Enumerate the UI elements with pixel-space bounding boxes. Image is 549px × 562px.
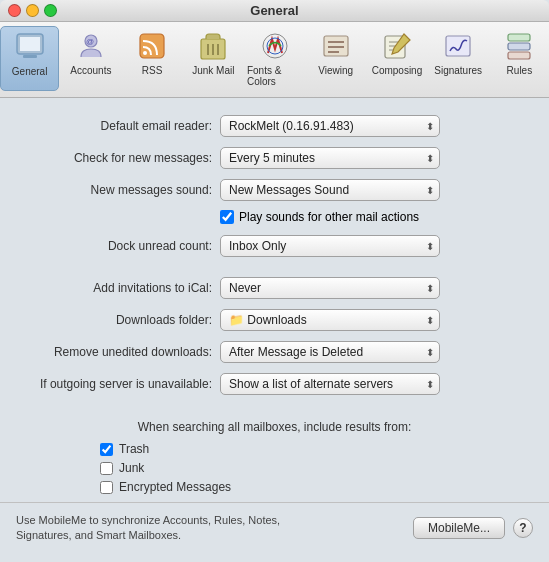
invitations-select-wrapper[interactable]: Never (220, 277, 440, 299)
toolbar-item-viewing[interactable]: Viewing (306, 26, 365, 91)
junk-icon (197, 30, 229, 62)
dock-count-control: Inbox Only (220, 235, 529, 257)
toolbar-rules-label: Rules (507, 65, 533, 76)
toolbar: General @ Accounts RSS (0, 22, 549, 98)
toolbar-general-label: General (12, 66, 48, 77)
outgoing-control: Show a list of alternate servers (220, 373, 529, 395)
toolbar-composing-label: Composing (372, 65, 423, 76)
title-bar: General (0, 0, 549, 22)
new-sound-label: New messages sound: (20, 183, 220, 197)
remove-downloads-select-wrapper[interactable]: After Message is Deleted (220, 341, 440, 363)
toolbar-viewing-label: Viewing (318, 65, 353, 76)
minimize-button[interactable] (26, 4, 39, 17)
outgoing-select-wrapper[interactable]: Show a list of alternate servers (220, 373, 440, 395)
default-email-control: RockMelt (0.16.91.483) (220, 115, 529, 137)
toolbar-item-junk[interactable]: Junk Mail (184, 26, 243, 91)
downloads-control: 📁 Downloads (220, 309, 529, 331)
search-section: When searching all mailboxes, include re… (0, 420, 549, 494)
bottom-info-text: Use MobileMe to synchronize Accounts, Ru… (16, 513, 316, 544)
check-messages-select[interactable]: Every 5 minutes (220, 147, 440, 169)
junk-checkbox[interactable] (100, 462, 113, 475)
encrypted-label: Encrypted Messages (119, 480, 231, 494)
new-sound-row: New messages sound: New Messages Sound (20, 178, 529, 202)
encrypted-checkbox[interactable] (100, 481, 113, 494)
content-area: Default email reader: RockMelt (0.16.91.… (0, 98, 549, 414)
mobileme-button[interactable]: MobileMe... (413, 517, 505, 539)
svg-rect-21 (446, 36, 470, 56)
downloads-select-wrapper[interactable]: 📁 Downloads (220, 309, 440, 331)
help-button[interactable]: ? (513, 518, 533, 538)
toolbar-accounts-label: Accounts (70, 65, 111, 76)
trash-check-row: Trash (100, 442, 539, 456)
toolbar-item-signatures[interactable]: Signatures (429, 26, 488, 91)
downloads-select[interactable]: 📁 Downloads (220, 309, 440, 331)
toolbar-item-composing[interactable]: Composing (367, 26, 426, 91)
svg-rect-24 (508, 52, 530, 59)
remove-downloads-row: Remove unedited downloads: After Message… (20, 340, 529, 364)
new-sound-select[interactable]: New Messages Sound (220, 179, 440, 201)
dock-count-row: Dock unread count: Inbox Only (20, 234, 529, 258)
toolbar-item-rules[interactable]: Rules (490, 26, 549, 91)
close-button[interactable] (8, 4, 21, 17)
trash-label: Trash (119, 442, 149, 456)
signatures-icon (442, 30, 474, 62)
toolbar-item-rss[interactable]: RSS (122, 26, 181, 91)
svg-point-6 (143, 51, 147, 55)
default-email-select-wrapper[interactable]: RockMelt (0.16.91.483) (220, 115, 440, 137)
invitations-row: Add invitations to iCal: Never (20, 276, 529, 300)
default-email-row: Default email reader: RockMelt (0.16.91.… (20, 114, 529, 138)
svg-rect-2 (23, 55, 37, 58)
dock-count-select[interactable]: Inbox Only (220, 235, 440, 257)
accounts-icon: @ (75, 30, 107, 62)
default-email-select[interactable]: RockMelt (0.16.91.483) (220, 115, 440, 137)
remove-downloads-label: Remove unedited downloads: (20, 345, 220, 359)
viewing-icon (320, 30, 352, 62)
invitations-label: Add invitations to iCal: (20, 281, 220, 295)
trash-checkbox[interactable] (100, 443, 113, 456)
new-sound-select-wrapper[interactable]: New Messages Sound (220, 179, 440, 201)
invitations-control: Never (220, 277, 529, 299)
svg-rect-23 (508, 43, 530, 50)
bottom-buttons: MobileMe... ? (413, 517, 533, 539)
new-sound-control: New Messages Sound (220, 179, 529, 201)
dock-count-label: Dock unread count: (20, 239, 220, 253)
junk-label: Junk (119, 461, 144, 475)
rules-icon (503, 30, 535, 62)
svg-text:@: @ (86, 37, 94, 46)
junk-check-row: Junk (100, 461, 539, 475)
remove-downloads-select[interactable]: After Message is Deleted (220, 341, 440, 363)
play-sounds-row: Play sounds for other mail actions (220, 210, 529, 224)
check-messages-select-wrapper[interactable]: Every 5 minutes (220, 147, 440, 169)
downloads-label: Downloads folder: (20, 313, 220, 327)
dock-count-select-wrapper[interactable]: Inbox Only (220, 235, 440, 257)
outgoing-row: If outgoing server is unavailable: Show … (20, 372, 529, 396)
bottom-bar: Use MobileMe to synchronize Accounts, Ru… (0, 502, 549, 552)
svg-rect-1 (20, 37, 40, 51)
toolbar-item-fonts[interactable]: Fonts & Colors (245, 26, 304, 91)
fonts-icon (259, 30, 291, 62)
outgoing-label: If outgoing server is unavailable: (20, 377, 220, 391)
default-email-label: Default email reader: (20, 119, 220, 133)
remove-downloads-control: After Message is Deleted (220, 341, 529, 363)
toolbar-fonts-label: Fonts & Colors (247, 65, 302, 87)
svg-rect-13 (324, 36, 348, 56)
composing-icon (381, 30, 413, 62)
check-messages-label: Check for new messages: (20, 151, 220, 165)
outgoing-select[interactable]: Show a list of alternate servers (220, 373, 440, 395)
maximize-button[interactable] (44, 4, 57, 17)
play-sounds-checkbox[interactable] (220, 210, 234, 224)
toolbar-item-accounts[interactable]: @ Accounts (61, 26, 120, 91)
window-title: General (250, 3, 298, 18)
check-messages-control: Every 5 minutes (220, 147, 529, 169)
rss-icon (136, 30, 168, 62)
toolbar-junk-label: Junk Mail (192, 65, 234, 76)
toolbar-signatures-label: Signatures (434, 65, 482, 76)
encrypted-check-row: Encrypted Messages (100, 480, 539, 494)
toolbar-item-general[interactable]: General (0, 26, 59, 91)
check-messages-row: Check for new messages: Every 5 minutes (20, 146, 529, 170)
downloads-row: Downloads folder: 📁 Downloads (20, 308, 529, 332)
general-icon (14, 31, 46, 63)
invitations-select[interactable]: Never (220, 277, 440, 299)
play-sounds-label: Play sounds for other mail actions (239, 210, 419, 224)
toolbar-rss-label: RSS (142, 65, 163, 76)
